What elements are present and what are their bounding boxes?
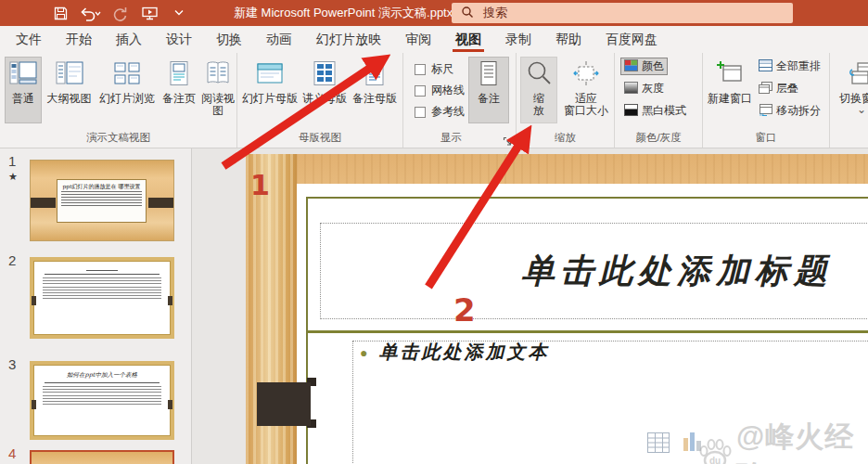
guides-checkbox[interactable]: 参考线 [415,104,465,120]
notes-master-icon [363,60,387,90]
slide-1-body-lines [61,191,142,206]
cascade-icon [759,82,772,97]
show-dialog-launcher-icon[interactable] [503,134,513,144]
cascade-button[interactable]: 层叠 [755,80,802,97]
notes-button[interactable]: 备注 [468,57,509,123]
insert-table-icon[interactable] [647,432,670,457]
gridlines-checkbox[interactable]: 网格线 [415,83,465,98]
black-white-icon [624,104,638,119]
zoom-button[interactable]: 缩放 [520,57,557,123]
slide-1-text-box: ppt幻灯片的播放是在 哪里设置 [57,179,147,223]
tab-animations[interactable]: 动画 [254,26,304,53]
normal-view-icon [8,60,38,90]
ruler-checkbox[interactable]: 标尺 [415,61,453,77]
slide-1-thumbnail[interactable]: ppt幻灯片的播放是在 哪里设置 [30,160,174,241]
move-split-icon [759,104,772,119]
reading-view-button[interactable]: 阅读视图 [200,57,236,123]
main-area: 1 ★ ppt幻灯片的播放是在 哪里设置 2 3 如何在ppt中加入一个表格 [0,148,868,464]
zoom-magnifier-icon [525,60,553,90]
slide-sorter-button[interactable]: 幻灯片浏览 [96,57,158,123]
new-window-label: 新建窗口 [708,93,752,105]
notes-icon [478,60,500,90]
slide-2-thumbnail[interactable] [30,257,174,339]
black-white-button[interactable]: 黑白模式 [620,102,690,120]
color-mode-button[interactable]: 颜色 [620,58,668,75]
switch-windows-chevron-icon: ⌄ [857,104,866,116]
color-mode-label: 颜色 [642,58,664,74]
outline-view-icon [55,60,84,90]
slide-sorter-label: 幻灯片浏览 [99,93,155,105]
switch-windows-button[interactable]: 切换窗口 ⌄ [836,57,868,123]
notes-page-button[interactable]: 备注页 [160,57,198,123]
slide-3-number: 3 [8,356,16,372]
body-placeholder-line: ● 单击此处添加文本 [360,340,549,365]
search-label: 搜索 [483,5,507,21]
switch-windows-icon [847,60,868,90]
slide-1-animation-star-icon: ★ [8,171,18,183]
group-switch-windows: 切换窗口 ⌄ [830,53,868,148]
outline-view-label: 大纲视图 [47,93,92,105]
tab-insert[interactable]: 插入 [104,26,154,53]
group-label-color-grayscale: 颜色/灰度 [615,131,702,145]
group-label-master-views: 母版视图 [237,131,402,145]
bullet-icon: ● [360,345,367,360]
new-window-button[interactable]: 新建窗口 [707,57,753,123]
customize-qat-chevron-icon[interactable] [167,3,191,23]
tab-help[interactable]: 帮助 [543,26,594,53]
arrange-all-icon [759,59,772,74]
move-split-label: 移动拆分 [776,103,821,119]
slide-4-thumbnail-selected[interactable] [30,450,174,464]
slide-2-number: 2 [8,252,16,268]
tab-home[interactable]: 开始 [54,26,104,53]
slide-2-body-lines [43,277,161,302]
grayscale-label: 灰度 [642,81,664,97]
slide-sorter-icon [112,60,142,90]
notes-master-button[interactable]: 备注母版 [351,57,399,123]
group-label-show: 显示 [403,131,499,145]
redo-icon[interactable] [108,3,132,23]
search-box[interactable]: 搜索 [452,3,793,23]
gridlines-checkbox-box [415,85,426,97]
slide-2-scroll-tab-left [32,296,36,305]
reading-view-label: 阅读视图 [201,93,235,117]
fit-to-window-button[interactable]: 适应 窗口大小 [561,57,611,123]
grayscale-button[interactable]: 灰度 [620,80,668,97]
notes-page-icon [167,60,191,90]
handout-master-button[interactable]: 讲义母版 [300,57,349,123]
arrange-all-button[interactable]: 全部重排 [755,58,824,75]
slide-3-scroll-tab-right [168,400,172,409]
tab-record[interactable]: 录制 [493,26,543,53]
save-icon[interactable] [48,3,72,23]
notes-master-label: 备注母版 [352,93,397,105]
slide-2-divider-line [45,274,160,275]
group-color-grayscale: 颜色 灰度 黑白模式 颜色/灰度 [615,53,703,148]
group-label-window: 窗口 [703,131,829,145]
title-placeholder[interactable]: 单击此处添加标题 [320,223,868,319]
start-slideshow-icon[interactable] [137,3,161,23]
ruler-label: 标尺 [431,61,453,77]
slide-divider-line [308,330,868,333]
tab-view[interactable]: 视图 [443,26,493,53]
tab-file[interactable]: 文件 [4,26,54,53]
tab-review[interactable]: 审阅 [393,26,443,53]
baidu-paw-icon: du [696,436,734,464]
tab-baidu-netdisk[interactable]: 百度网盘 [594,26,670,53]
cascade-label: 层叠 [776,81,798,97]
slide-3-thumbnail[interactable]: 如何在ppt中加入一个表格 [30,361,174,440]
tab-transitions[interactable]: 切换 [204,26,254,53]
undo-icon[interactable] [78,3,102,23]
fit-to-window-icon [572,60,600,90]
grayscale-icon [624,82,638,97]
move-split-button[interactable]: 移动拆分 [755,102,824,120]
group-zoom: 缩放 适应 窗口大小 缩放 [517,53,615,148]
slide-master-button[interactable]: 幻灯片母版 [241,57,299,123]
tab-design[interactable]: 设计 [154,26,204,53]
handout-master-label: 讲义母版 [302,93,347,105]
title-bar: 新建 Microsoft PowerPoint 演示文稿.pptx - Powe… [0,0,868,26]
ribbon-tab-bar: 文件 开始 插入 设计 切换 动画 幻灯片放映 审阅 视图 录制 帮助 百度网盘 [0,26,868,53]
group-presentation-views: 普通 大纲视图 幻灯片浏览 备注页 阅读视图 演示文稿视图 [0,53,237,148]
tab-slideshow[interactable]: 幻灯片放映 [304,26,393,53]
gridlines-label: 网格线 [431,83,465,98]
outline-view-button[interactable]: 大纲视图 [44,57,95,123]
normal-view-button[interactable]: 普通 [5,57,42,123]
